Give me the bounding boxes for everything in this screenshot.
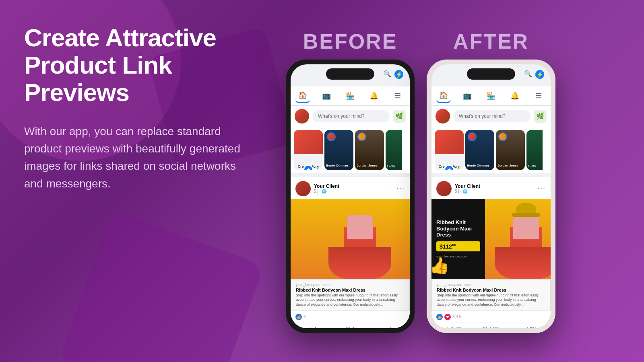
- before-post-link-preview: your_luxurystore.com Ribbed Knit Bodycon…: [291, 279, 410, 311]
- before-story-partial-name: Lo Wi: [387, 165, 401, 168]
- after-stories: + Create story Bente Othman Jordan Jones: [431, 127, 551, 173]
- before-story-bente-name: Bente Othman: [326, 164, 352, 168]
- after-create-story[interactable]: + Create story: [435, 130, 464, 170]
- before-story-jordan-avatar: [357, 132, 366, 141]
- nav-home-after[interactable]: 🏠: [436, 88, 451, 103]
- left-section: Create Attractive Product Link Previews …: [24, 24, 258, 192]
- messenger-icon-after: ⚡: [535, 70, 544, 79]
- nav-bell-before[interactable]: 🔔: [367, 88, 381, 103]
- before-mind-input[interactable]: What's on your mind?: [312, 110, 390, 122]
- nav-menu-after[interactable]: ☰: [531, 88, 546, 103]
- after-story-bente-name: Bente Othman: [467, 164, 493, 168]
- nav-home-before[interactable]: 🏠: [295, 88, 310, 103]
- after-story-bente-avatar: [468, 132, 477, 141]
- before-label: BEFORE: [303, 29, 398, 53]
- dynamic-island-before: [326, 68, 374, 80]
- subtitle: With our app, you can replace standard p…: [24, 123, 258, 193]
- before-story-partial[interactable]: Lo Wi: [386, 130, 402, 170]
- after-share-count: 1 584: [526, 327, 537, 328]
- before-phone: 🔍 ⚡ 🏠 📺 🏪 🔔 ☰ What's on your mind?: [286, 60, 415, 333]
- before-post-card: Your Client 5 j · 🌐 ···: [291, 177, 410, 328]
- nav-menu-before[interactable]: ☰: [390, 88, 405, 103]
- before-create-story[interactable]: + Create story: [294, 130, 323, 170]
- nav-bell-after[interactable]: 🔔: [508, 88, 522, 103]
- after-story-jordan[interactable]: Jordan Jones: [496, 130, 525, 170]
- messenger-icon-before: ⚡: [394, 70, 403, 79]
- nav-store-after[interactable]: 🏪: [484, 88, 498, 103]
- after-link-title: Ribbed Knit Bodycon Maxi Dress: [437, 288, 545, 292]
- before-phone-inner: 🔍 ⚡ 🏠 📺 🏪 🔔 ☰ What's on your mind?: [291, 64, 410, 328]
- after-post-avatar: [436, 181, 452, 196]
- after-post-card: Your Client 5 j · 🌐 ··· Ribbed Knit Body…: [431, 177, 551, 328]
- before-post-header: Your Client 5 j · 🌐 ···: [291, 177, 410, 199]
- before-share-count: 1: [390, 327, 392, 328]
- after-comment-btn[interactable]: 💬 2 681: [473, 325, 510, 328]
- before-post-image: [291, 199, 410, 279]
- before-post-area: Your Client 5 j · 🌐 ···: [291, 177, 410, 328]
- before-comment-count: 3: [352, 327, 355, 328]
- after-phone: 🔍 ⚡ 🏠 📺 🏪 🔔 ☰ What's on your mind?: [427, 60, 555, 333]
- after-story-partial[interactable]: Lo Wi: [526, 130, 543, 170]
- after-like-count: 3 468: [451, 327, 461, 328]
- before-post-avatar: [295, 181, 311, 196]
- after-story-jordan-name: Jordan Jones: [497, 164, 523, 168]
- before-reaction-count: 6: [303, 315, 306, 319]
- after-like-btn[interactable]: 👍 3 468: [435, 325, 471, 328]
- before-post-user-info: Your Client 5 j · 🌐: [314, 183, 393, 193]
- before-container: BEFORE 🔍 ⚡ 🏠 📺 🏪 🔔 ☰: [286, 29, 415, 333]
- before-story-bente-avatar: [327, 132, 336, 141]
- before-share-btn[interactable]: ↗ 1: [370, 325, 407, 328]
- after-reaction-count: 3,4 K: [452, 315, 462, 319]
- phones-area: BEFORE 🔍 ⚡ 🏠 📺 🏪 🔔 ☰: [274, 0, 636, 362]
- before-reaction-like: 👍: [295, 314, 302, 320]
- after-phone-inner: 🔍 ⚡ 🏠 📺 🏪 🔔 ☰ What's on your mind?: [431, 64, 551, 328]
- dynamic-island-after: [467, 68, 515, 80]
- after-post-reactions: 👍 ❤ 3,4 K: [431, 311, 551, 323]
- before-link-title: Ribbed Knit Bodycon Maxi Dress: [296, 288, 405, 292]
- before-comment-btn[interactable]: 💬 3: [332, 325, 369, 328]
- after-story-partial-name: Lo Wi: [528, 165, 542, 168]
- after-product-name: Ribbed Knit Bodycon Maxi Dress: [436, 219, 480, 238]
- after-container: AFTER 🔍 ⚡ 🏠 📺 🏪 🔔 ☰: [427, 29, 555, 333]
- before-post-meta: 5 j · 🌐: [314, 189, 393, 193]
- before-story-bente[interactable]: Bente Othman: [324, 130, 353, 170]
- after-post-user-info: Your Client 5 j · 🌐: [455, 183, 534, 193]
- before-post-actions: 👍 6 💬 3 ↗ 1: [291, 323, 410, 328]
- before-top-bar: 🔍 ⚡: [383, 64, 410, 79]
- after-story-bente[interactable]: Bente Othman: [465, 130, 494, 170]
- before-story-jordan[interactable]: Jordan Jones: [355, 130, 384, 170]
- before-search-bar: What's on your mind? 🌿: [291, 106, 410, 127]
- after-post-more[interactable]: ···: [537, 184, 546, 193]
- before-link-desc: Step into the spotlight with our figure-…: [296, 293, 405, 307]
- before-like-btn[interactable]: 👍 6: [294, 325, 330, 328]
- after-post-link-preview: your_luxurystore.com Ribbed Knit Bodycon…: [431, 279, 551, 311]
- before-post-more[interactable]: ···: [396, 184, 405, 193]
- after-label: AFTER: [453, 29, 529, 53]
- after-post-image: Ribbed Knit Bodycon Maxi Dress $11200 yo…: [431, 199, 551, 279]
- after-price-cents: 00: [452, 243, 456, 247]
- before-post-reactions: 👍 6: [291, 311, 410, 323]
- before-photo-btn[interactable]: 🌿: [393, 110, 406, 123]
- after-reaction-like: 👍: [436, 314, 443, 320]
- after-photo-btn[interactable]: 🌿: [534, 110, 547, 123]
- after-link-desc: Step into the spotlight with our figure-…: [437, 293, 545, 307]
- nav-video-before[interactable]: 📺: [319, 88, 334, 103]
- before-like-count: 6: [314, 327, 317, 328]
- after-post-actions: 👍 3 468 💬 2 681 ↗ 1 584: [431, 323, 551, 328]
- before-story-jordan-name: Jordan Jones: [357, 164, 382, 168]
- nav-store-before[interactable]: 🏪: [343, 88, 357, 103]
- after-mind-input[interactable]: What's on your mind?: [453, 110, 530, 122]
- after-post-header: Your Client 5 j · 🌐 ···: [431, 177, 551, 199]
- after-top-bar: 🔍 ⚡: [524, 64, 551, 79]
- nav-video-after[interactable]: 📺: [460, 88, 475, 103]
- after-price-main: $112: [440, 243, 452, 250]
- after-user-avatar: [436, 109, 450, 123]
- after-link-domain: your_luxurystore.com: [437, 283, 545, 287]
- before-link-domain: your_luxurystore.com: [296, 283, 405, 287]
- after-post-username: Your Client: [455, 183, 534, 189]
- after-share-btn[interactable]: ↗ 1 584: [511, 325, 547, 328]
- search-icon-after: 🔍: [524, 70, 532, 78]
- after-nav: 🏠 📺 🏪 🔔 ☰: [431, 86, 551, 106]
- thumbs-up-emoji: 👍: [431, 256, 450, 275]
- after-search-bar: What's on your mind? 🌿: [431, 106, 551, 127]
